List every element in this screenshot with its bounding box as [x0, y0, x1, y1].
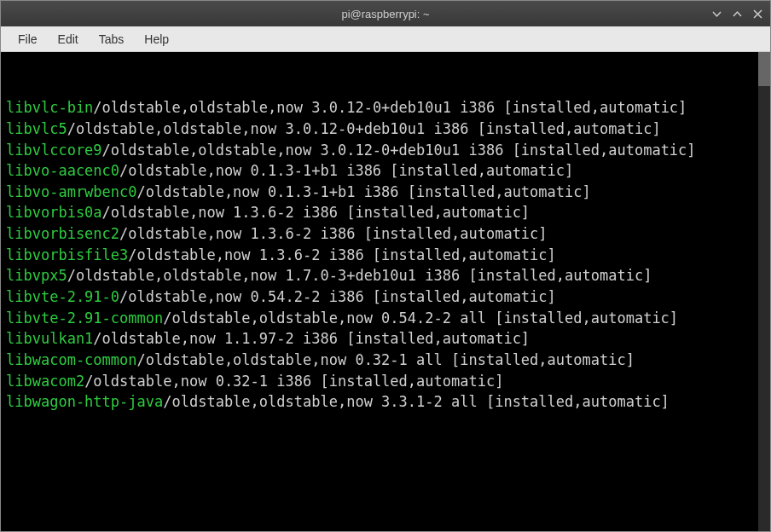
package-name: libwacom-common — [6, 351, 137, 368]
package-name: libvlc5 — [6, 120, 67, 137]
package-name: libvorbisfile3 — [6, 246, 128, 263]
package-name: libvorbisenc2 — [6, 225, 119, 242]
package-name: libvlccore9 — [6, 142, 102, 159]
menubar: File Edit Tabs Help — [1, 26, 770, 52]
package-name: libvo-aacenc0 — [6, 162, 119, 179]
maximize-icon[interactable] — [731, 8, 743, 20]
scrollbar-thumb[interactable] — [758, 52, 770, 86]
package-line: libvte-2.91-common/oldstable,oldstable,n… — [6, 308, 765, 329]
package-details: /oldstable,now 0.54.2-2 i386 [installed,… — [119, 288, 556, 305]
package-line: libvpx5/oldstable,oldstable,now 1.7.0-3+… — [6, 265, 765, 286]
package-details: /oldstable,oldstable,now 3.0.12-0+deb10u… — [93, 99, 687, 116]
package-name: libvte-2.91-0 — [6, 288, 119, 305]
package-name: libwagon-http-java — [6, 393, 163, 410]
package-line: libvlc-bin/oldstable,oldstable,now 3.0.1… — [6, 97, 765, 119]
package-details: /oldstable,oldstable,now 0.54.2-2 all [i… — [163, 309, 678, 327]
package-line: libvo-aacenc0/oldstable,now 0.1.3-1+b1 i… — [6, 160, 765, 182]
package-details: /oldstable,oldstable,now 3.3.1-2 all [in… — [163, 393, 670, 410]
package-line: libvorbisenc2/oldstable,now 1.3.6-2 i386… — [6, 223, 765, 245]
package-line: libwacom-common/oldstable,oldstable,now … — [6, 350, 765, 371]
package-line: libvulkan1/oldstable,now 1.1.97-2 i386 [… — [6, 328, 765, 350]
menu-file[interactable]: File — [8, 29, 48, 49]
package-details: /oldstable,now 1.1.97-2 i386 [installed,… — [93, 330, 530, 347]
package-details: /oldstable,now 1.3.6-2 i386 [installed,a… — [119, 225, 548, 242]
scrollbar[interactable] — [758, 52, 770, 532]
package-details: /oldstable,now 0.1.3-1+b1 i386 [installe… — [137, 183, 591, 200]
package-line: libvo-amrwbenc0/oldstable,now 0.1.3-1+b1… — [6, 182, 765, 203]
window-titlebar: pi@raspberrypi: ~ — [1, 1, 770, 26]
package-details: /oldstable,now 1.3.6-2 i386 [installed,a… — [102, 204, 530, 221]
package-name: libvlc-bin — [6, 99, 93, 116]
package-details: /oldstable,oldstable,now 0.32-1 all [ins… — [137, 351, 635, 368]
package-details: /oldstable,now 0.32-1 i386 [installed,au… — [84, 373, 503, 390]
minimize-icon[interactable] — [710, 8, 722, 20]
package-details: /oldstable,oldstable,now 3.0.12-0+deb10u… — [102, 142, 696, 159]
package-line: libvlc5/oldstable,oldstable,now 3.0.12-0… — [6, 119, 765, 140]
package-name: libwacom2 — [6, 373, 84, 390]
terminal-output[interactable]: libvlc-bin/oldstable,oldstable,now 3.0.1… — [1, 52, 770, 532]
menu-tabs[interactable]: Tabs — [89, 29, 135, 49]
window-controls — [710, 8, 763, 20]
close-icon[interactable] — [751, 8, 763, 20]
window-title: pi@raspberrypi: ~ — [1, 8, 770, 20]
package-name: libvo-amrwbenc0 — [6, 183, 137, 200]
package-name: libvulkan1 — [6, 330, 93, 347]
package-details: /oldstable,oldstable,now 1.7.0-3+deb10u1… — [67, 267, 652, 284]
package-details: /oldstable,now 0.1.3-1+b1 i386 [installe… — [119, 162, 573, 179]
package-line: libwagon-http-java/oldstable,oldstable,n… — [6, 391, 765, 413]
package-name: libvorbis0a — [6, 204, 102, 221]
package-name: libvte-2.91-common — [6, 309, 163, 327]
package-details: /oldstable,oldstable,now 3.0.12-0+deb10u… — [67, 120, 661, 137]
package-details: /oldstable,now 1.3.6-2 i386 [installed,a… — [128, 246, 556, 263]
package-name: libvpx5 — [6, 267, 67, 284]
package-line: libvorbis0a/oldstable,now 1.3.6-2 i386 [… — [6, 202, 765, 223]
package-line: libwacom2/oldstable,now 0.32-1 i386 [ins… — [6, 371, 765, 392]
package-line: libvlccore9/oldstable,oldstable,now 3.0.… — [6, 140, 765, 161]
package-line: libvte-2.91-0/oldstable,now 0.54.2-2 i38… — [6, 286, 765, 308]
menu-help[interactable]: Help — [134, 29, 179, 49]
menu-edit[interactable]: Edit — [48, 29, 89, 49]
package-line: libvorbisfile3/oldstable,now 1.3.6-2 i38… — [6, 245, 765, 266]
